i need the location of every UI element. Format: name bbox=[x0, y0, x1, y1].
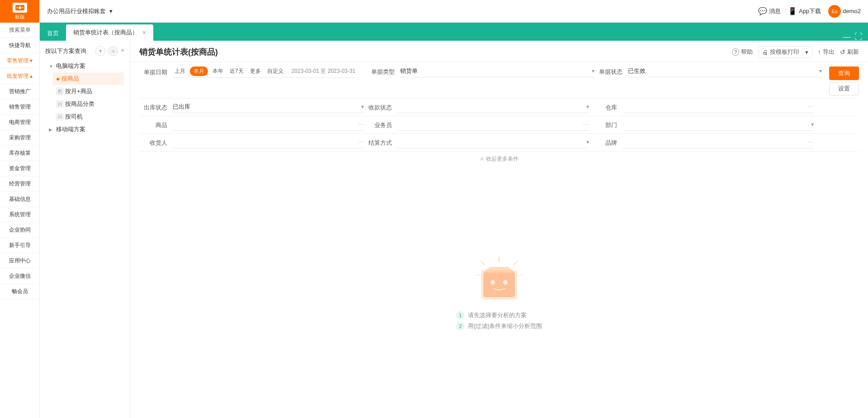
app-download-icon: 📱 bbox=[788, 7, 797, 15]
mobile-group-expand-icon: ▶ bbox=[49, 127, 54, 132]
sidebar-search-item[interactable]: 搜索菜单 bbox=[0, 23, 39, 38]
edit-scheme-button[interactable]: ○ bbox=[108, 46, 118, 56]
sidebar-inventory-label: 库存核算 bbox=[9, 150, 31, 156]
sidebar-item-purchase[interactable]: 采购管理 bbox=[0, 130, 39, 146]
sidebar-item-guide[interactable]: 新手引导 bbox=[0, 238, 39, 253]
sidebar-item-basics[interactable]: 基础信息 bbox=[0, 192, 39, 207]
warehouse-dots[interactable]: ··· bbox=[808, 103, 814, 111]
sidebar-item-sales[interactable]: 销售管理 bbox=[0, 100, 39, 115]
svg-point-1 bbox=[19, 6, 21, 9]
scheme-by-category[interactable]: 回 按商品分类 bbox=[52, 98, 124, 110]
warehouse-label: 仓库 bbox=[589, 104, 621, 112]
empty-hints: 1 请先选择要分析的方案 2 用[过滤]条件来缩小分析范围 bbox=[456, 311, 542, 330]
date-tab-custom[interactable]: 自定义 bbox=[265, 66, 285, 76]
sidebar-item-wholesale[interactable]: 批发管理 ▴ bbox=[0, 69, 39, 84]
date-tab-this-month[interactable]: 本月 bbox=[190, 66, 208, 76]
sidebar-item-ecommerce[interactable]: 电商管理 bbox=[0, 115, 39, 130]
scheme-by-product[interactable]: ● 按商品 bbox=[52, 72, 124, 85]
scheme-product-label: 按商品 bbox=[61, 75, 79, 83]
workspace-info: 办公用品行业模拟账套 ▾ bbox=[47, 7, 113, 15]
avatar: Ea bbox=[828, 5, 841, 18]
sidebar-member-label: 畅会员 bbox=[12, 288, 28, 294]
sidebar-item-wechat[interactable]: 企业微信 bbox=[0, 269, 39, 284]
collapse-panel-button[interactable]: « bbox=[121, 46, 124, 56]
scheme-by-month-product[interactable]: 图 按月+商品 bbox=[52, 85, 124, 98]
pc-group-header[interactable]: ▼ 电脑端方案 bbox=[45, 60, 124, 72]
svg-line-10 bbox=[476, 275, 481, 276]
refresh-button[interactable]: ↺ 刷新 bbox=[840, 48, 859, 56]
tab-close-icon[interactable]: × bbox=[142, 29, 146, 36]
sidebar-ecommerce-label: 电商管理 bbox=[9, 119, 31, 125]
sidebar-item-inventory[interactable]: 库存核算 bbox=[0, 146, 39, 161]
product-dots[interactable]: ··· bbox=[358, 120, 364, 128]
empty-rays-svg bbox=[467, 254, 531, 304]
svg-line-8 bbox=[481, 261, 485, 265]
sidebar-item-app-center[interactable]: 应用中心 bbox=[0, 253, 39, 269]
tab-home[interactable]: 首页 bbox=[40, 26, 66, 41]
message-label: 消息 bbox=[769, 7, 781, 15]
mobile-group-header[interactable]: ▶ 移动端方案 bbox=[45, 123, 124, 136]
export-button[interactable]: ↑ 导出 bbox=[818, 48, 835, 56]
query-button[interactable]: 查询 bbox=[829, 66, 859, 80]
help-button[interactable]: ? 帮助 bbox=[732, 48, 753, 56]
tab-home-label: 首页 bbox=[47, 29, 59, 38]
date-tab-7days[interactable]: 近7天 bbox=[228, 66, 245, 76]
doc-status-chevron[interactable]: ▾ bbox=[819, 68, 822, 74]
print-button[interactable]: 🖨 按模板打印 ▾ bbox=[758, 46, 812, 58]
scheme-product-active-icon: ● bbox=[56, 75, 60, 82]
pc-group-expand-icon: ▼ bbox=[49, 64, 54, 69]
message-button[interactable]: 💬 消息 bbox=[758, 7, 781, 15]
left-panel-header: 按以下方案查询 + ○ « bbox=[40, 46, 130, 60]
tab-sales-stat[interactable]: 销货单统计表（按商品） × bbox=[66, 24, 153, 41]
department-chevron[interactable]: ▾ bbox=[811, 121, 814, 128]
sidebar-wechat-label: 企业微信 bbox=[9, 273, 31, 279]
department-label: 部门 bbox=[589, 121, 621, 129]
sidebar-item-member[interactable]: 畅会员 bbox=[0, 284, 39, 299]
refresh-icon: ↺ bbox=[840, 48, 845, 56]
settings-button[interactable]: 设置 bbox=[829, 82, 859, 95]
brand-dots[interactable]: ··· bbox=[808, 138, 814, 146]
sidebar-item-enterprise[interactable]: 企业协同 bbox=[0, 223, 39, 238]
sidebar-item-management[interactable]: 经营管理 bbox=[0, 176, 39, 192]
sidebar-item-system[interactable]: 系统管理 bbox=[0, 207, 39, 223]
sidebar-guide-label: 新手引导 bbox=[9, 242, 31, 248]
sidebar-item-retail[interactable]: 零售管理 ▾ bbox=[0, 53, 39, 69]
collapse-more-button[interactable]: ∧ 收起更多条件 bbox=[139, 152, 859, 166]
tab-maximize-icon[interactable]: ⛶ bbox=[854, 33, 863, 41]
doc-status-value: 已生效 bbox=[628, 67, 646, 75]
sidebar-item-marketing[interactable]: 营销推广 bbox=[0, 84, 39, 100]
filter-section: 单据日期 上月 本月 本年 近7天 更多 自定义 2023-03-01 至 20… bbox=[130, 62, 868, 166]
empty-hint-1: 1 请先选择要分析的方案 bbox=[456, 311, 542, 319]
scheme-by-driver[interactable]: 回 按司机 bbox=[52, 110, 124, 123]
tab-minimize-icon[interactable]: — bbox=[843, 33, 851, 41]
sidebar-item-quick-nav[interactable]: 快捷导航 bbox=[0, 38, 39, 53]
user-profile[interactable]: Ea demo2 bbox=[828, 5, 861, 18]
empty-illustration bbox=[467, 254, 531, 304]
hint-num-2: 2 bbox=[456, 322, 464, 330]
app-download-button[interactable]: 📱 App下载 bbox=[788, 7, 821, 15]
collection-status-label: 收款状态 bbox=[364, 104, 396, 112]
doc-type-value: 销货单 bbox=[400, 67, 418, 75]
pc-group-label: 电脑端方案 bbox=[56, 62, 85, 70]
date-tab-more[interactable]: 更多 bbox=[248, 66, 263, 76]
workspace-dropdown-arrow[interactable]: ▾ bbox=[109, 8, 113, 14]
logo-icon bbox=[13, 3, 27, 13]
help-label: 帮助 bbox=[741, 48, 753, 56]
add-icon: + bbox=[99, 48, 102, 54]
salesman-dots[interactable]: ··· bbox=[583, 120, 589, 128]
sidebar-item-finance[interactable]: 资金管理 bbox=[0, 161, 39, 176]
date-range-display: 2023-03-01 至 2023-03-31 bbox=[292, 67, 355, 75]
receiver-dots[interactable]: ··· bbox=[358, 138, 364, 146]
date-tab-last-month[interactable]: 上月 bbox=[173, 66, 187, 76]
sidebar-retail-label: 零售管理 bbox=[7, 57, 28, 64]
date-tab-this-year[interactable]: 本年 bbox=[211, 66, 225, 76]
header-actions: 💬 消息 📱 App下载 Ea demo2 bbox=[758, 5, 861, 18]
app-download-label: App下载 bbox=[799, 7, 821, 15]
sidebar-enterprise-label: 企业协同 bbox=[9, 227, 31, 233]
out-status-value: 已出库 bbox=[173, 103, 190, 111]
sidebar-finance-label: 资金管理 bbox=[9, 165, 31, 171]
main-area: 办公用品行业模拟账套 ▾ 💬 消息 📱 App下载 Ea demo2 首页 bbox=[40, 0, 868, 418]
add-scheme-button[interactable]: + bbox=[95, 46, 105, 56]
brand-label: 品牌 bbox=[589, 139, 621, 147]
sidebar-purchase-label: 采购管理 bbox=[9, 134, 31, 141]
